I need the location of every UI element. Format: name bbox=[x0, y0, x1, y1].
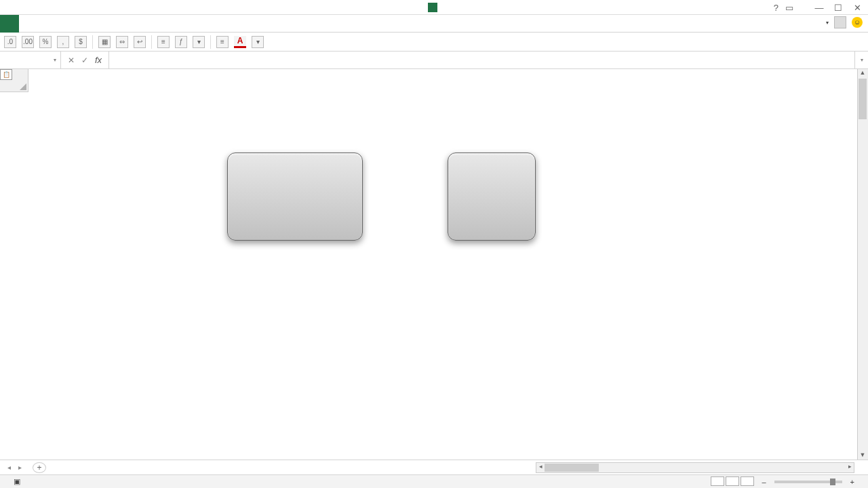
percent-icon[interactable]: % bbox=[39, 36, 52, 48]
scroll-left-icon[interactable]: ◂ bbox=[536, 463, 545, 472]
page-layout-view-icon[interactable] bbox=[726, 476, 739, 486]
evaluate-icon[interactable]: ƒ bbox=[175, 36, 187, 48]
comma-icon[interactable]: , bbox=[57, 36, 69, 48]
zoom-knob[interactable] bbox=[830, 479, 835, 485]
separator bbox=[210, 35, 211, 49]
border-icon[interactable]: ▦ bbox=[98, 36, 111, 48]
more-icon[interactable]: ▾ bbox=[252, 36, 264, 48]
vertical-scrollbar[interactable]: ▲ ▼ bbox=[857, 69, 868, 460]
formula-icons: ✕ ✓ fx bbox=[61, 52, 109, 68]
decimal-decrease-icon[interactable]: .0 bbox=[4, 36, 16, 48]
tab-insert[interactable] bbox=[38, 15, 57, 33]
scroll-right-icon[interactable]: ▸ bbox=[846, 463, 854, 472]
scroll-down-icon[interactable]: ▼ bbox=[858, 451, 867, 460]
sheet-tabs-bar: ◂ ▸ + ◂ ▸ bbox=[0, 460, 868, 474]
align-icon[interactable]: ≡ bbox=[157, 36, 170, 48]
merge-icon[interactable]: ⇔ bbox=[116, 36, 128, 48]
tab-view[interactable] bbox=[133, 15, 152, 33]
excel-icon bbox=[428, 3, 437, 12]
window-controls: — ☐ ✕ bbox=[810, 0, 867, 15]
help-icon[interactable]: ? bbox=[774, 3, 778, 13]
status-bar: ▣ – + bbox=[0, 474, 868, 488]
formula-input[interactable] bbox=[109, 52, 854, 68]
hscroll-thumb[interactable] bbox=[545, 464, 599, 472]
maximize-button[interactable]: ☐ bbox=[829, 3, 848, 13]
currency-icon[interactable]: $ bbox=[75, 36, 87, 48]
zoom-out-icon[interactable]: – bbox=[762, 478, 766, 486]
add-sheet-button[interactable]: + bbox=[33, 462, 46, 473]
view-buttons bbox=[711, 476, 753, 487]
cancel-icon[interactable]: ✕ bbox=[68, 56, 75, 65]
formula-expand-icon[interactable]: ▾ bbox=[854, 52, 868, 68]
wrap-icon[interactable]: ↩ bbox=[134, 36, 146, 48]
separator bbox=[151, 35, 152, 49]
enter-icon[interactable]: ✓ bbox=[81, 56, 88, 65]
quick-tools: .0 .00 % , $ ▦ ⇔ ↩ ≡ ƒ ▾ ≡ A ▾ bbox=[0, 33, 868, 52]
ribbon-tabs: ▾ ☺ bbox=[0, 15, 868, 33]
sheet-nav-last-icon[interactable]: ▸ bbox=[15, 464, 24, 471]
tab-review[interactable] bbox=[114, 15, 133, 33]
paste-options-icon[interactable]: 📋 bbox=[0, 69, 12, 80]
horizontal-scrollbar[interactable]: ◂ ▸ bbox=[536, 462, 854, 473]
chevron-down-icon[interactable]: ▾ bbox=[826, 20, 829, 26]
sheet-nav-first-icon[interactable]: ◂ bbox=[4, 464, 14, 471]
macro-record-icon[interactable]: ▣ bbox=[14, 477, 20, 486]
feedback-icon[interactable]: ☺ bbox=[852, 17, 863, 28]
file-tab[interactable] bbox=[0, 15, 19, 33]
help-controls: ? ▭ bbox=[774, 0, 793, 15]
tab-powerpivot[interactable] bbox=[171, 15, 190, 33]
zoom-in-icon[interactable]: + bbox=[850, 478, 854, 486]
decimal-increase-icon[interactable]: .00 bbox=[22, 36, 34, 48]
fill-icon[interactable]: ▾ bbox=[193, 36, 205, 48]
zoom-slider[interactable] bbox=[774, 481, 842, 483]
tab-formulas[interactable] bbox=[76, 15, 95, 33]
separator bbox=[92, 35, 93, 49]
sheet-nav: ◂ ▸ bbox=[0, 464, 28, 471]
down-arrow-key-overlay bbox=[448, 152, 536, 241]
ctrl-key-overlay bbox=[227, 152, 363, 241]
title-bar: ? ▭ — ☐ ✕ bbox=[0, 0, 868, 15]
font-color-icon[interactable]: A bbox=[234, 36, 246, 48]
user-area: ▾ ☺ bbox=[821, 16, 863, 28]
ribbon-display-icon[interactable]: ▭ bbox=[785, 3, 793, 13]
tab-data[interactable] bbox=[95, 15, 114, 33]
minimize-button[interactable]: — bbox=[810, 3, 829, 13]
tab-developer[interactable] bbox=[152, 15, 171, 33]
fx-icon[interactable]: fx bbox=[95, 55, 102, 65]
page-break-view-icon[interactable] bbox=[741, 476, 754, 486]
scroll-up-icon[interactable]: ▲ bbox=[858, 69, 867, 77]
close-button[interactable]: ✕ bbox=[848, 3, 867, 13]
avatar[interactable] bbox=[834, 16, 846, 28]
tab-home[interactable] bbox=[19, 15, 38, 33]
scroll-thumb[interactable] bbox=[859, 79, 867, 119]
formula-bar: ✕ ✓ fx ▾ bbox=[0, 52, 868, 69]
tab-page-layout[interactable] bbox=[57, 15, 76, 33]
align-left-icon[interactable]: ≡ bbox=[216, 36, 229, 48]
normal-view-icon[interactable] bbox=[711, 476, 724, 486]
name-box[interactable] bbox=[0, 52, 61, 68]
spreadsheet-grid[interactable]: ▲ ▼ 📋 bbox=[0, 69, 868, 460]
